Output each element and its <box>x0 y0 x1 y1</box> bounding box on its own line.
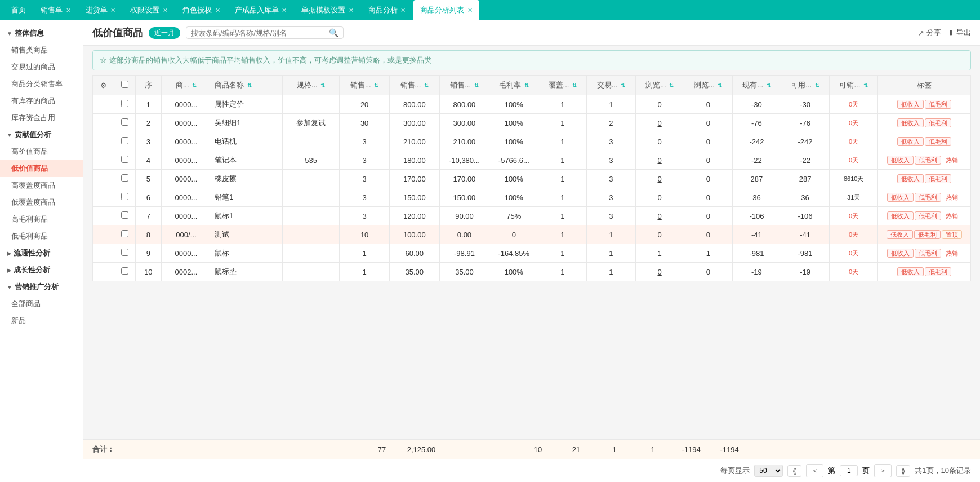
sidebar-group-contribution[interactable]: ▼ 贡献值分析 <box>0 126 83 143</box>
td-check[interactable] <box>114 95 136 114</box>
th-gross-margin[interactable]: 毛利率 ⇅ <box>489 76 538 95</box>
sidebar-item-high-coverage[interactable]: 高覆盖度商品 <box>0 177 83 194</box>
td-browse1[interactable]: 0 <box>635 263 684 281</box>
td-check[interactable] <box>114 207 136 225</box>
th-saleable[interactable]: 可销... ⇅ <box>830 76 878 95</box>
page-size-select[interactable]: 50 100 200 <box>754 465 783 477</box>
search-box[interactable]: 🔍 <box>186 26 344 39</box>
sidebar-item-stock-funds[interactable]: 库存资金占用 <box>0 109 83 126</box>
th-gear[interactable]: ⚙ <box>93 76 114 95</box>
td-browse1[interactable]: 0 <box>635 151 684 170</box>
th-name[interactable]: 商品名称 ⇅ <box>211 76 283 95</box>
th-current-stock[interactable]: 现有... ⇅ <box>732 76 781 95</box>
nav-roles[interactable]: 角色授权 ✕ <box>176 0 227 20</box>
th-check[interactable] <box>114 76 136 95</box>
th-sales-qty[interactable]: 销售... ⇅ <box>340 76 390 95</box>
last-page-btn[interactable]: ⟫ <box>896 465 910 477</box>
share-button[interactable]: ↗ 分享 <box>918 28 941 38</box>
td-browse1[interactable]: 0 <box>635 132 684 151</box>
nav-close-products[interactable]: ✕ <box>282 7 287 14</box>
td-check[interactable] <box>114 170 136 188</box>
sidebar-item-high-margin[interactable]: 高毛利商品 <box>0 211 83 228</box>
browse1-cell[interactable]: 0 <box>658 268 662 276</box>
th-sales-price[interactable]: 销售... ⇅ <box>389 76 439 95</box>
row-checkbox[interactable] <box>121 267 128 275</box>
row-checkbox[interactable] <box>121 137 128 144</box>
row-checkbox[interactable] <box>121 211 128 219</box>
nav-permissions[interactable]: 权限设置 ✕ <box>123 0 175 20</box>
sidebar-group-circulation[interactable]: ▶ 流通性分析 <box>0 245 83 262</box>
nav-close-goods-analysis[interactable]: ✕ <box>400 7 406 14</box>
time-tag[interactable]: 近一月 <box>149 27 180 39</box>
browse1-cell[interactable]: 0 <box>658 231 662 239</box>
td-check[interactable] <box>114 244 136 263</box>
nav-home[interactable]: 首页 <box>5 0 33 20</box>
sidebar-group-overall[interactable]: ▼ 整体信息 <box>0 25 83 42</box>
nav-goods-analysis[interactable]: 商品分析 ✕ <box>362 0 413 20</box>
sidebar-item-new-goods[interactable]: 新品 <box>0 312 83 329</box>
row-checkbox[interactable] <box>121 156 128 163</box>
td-browse1[interactable]: 0 <box>635 114 684 132</box>
td-check[interactable] <box>114 114 136 132</box>
sidebar-group-marketing[interactable]: ▼ 营销推广分析 <box>0 278 83 295</box>
nav-close-roles[interactable]: ✕ <box>215 7 220 14</box>
sidebar-item-low-margin[interactable]: 低毛利商品 <box>0 228 83 245</box>
nav-purchase[interactable]: 进货单 ✕ <box>79 0 123 20</box>
th-transaction[interactable]: 交易... ⇅ <box>587 76 635 95</box>
browse1-cell[interactable]: 0 <box>658 100 662 109</box>
next-page-btn[interactable]: ＞ <box>874 464 892 477</box>
row-checkbox[interactable] <box>121 100 128 107</box>
td-browse1[interactable]: 0 <box>635 188 684 207</box>
browse1-cell[interactable]: 1 <box>658 249 662 258</box>
sidebar-item-sales-goods[interactable]: 销售类商品 <box>0 42 83 59</box>
nav-close-templates[interactable]: ✕ <box>349 7 354 14</box>
sidebar-item-low-value[interactable]: 低价值商品 <box>0 160 83 177</box>
row-checkbox[interactable] <box>121 193 128 200</box>
sidebar-item-traded-goods[interactable]: 交易过的商品 <box>0 59 83 76</box>
nav-products[interactable]: 产成品入库单 ✕ <box>228 0 294 20</box>
row-checkbox[interactable] <box>121 118 128 126</box>
th-spec[interactable]: 规格... ⇅ <box>282 76 339 95</box>
td-check[interactable] <box>114 225 136 244</box>
browse1-cell[interactable]: 0 <box>658 119 662 127</box>
td-browse1[interactable]: 0 <box>635 95 684 114</box>
sidebar-item-high-value[interactable]: 高价值商品 <box>0 143 83 160</box>
page-input[interactable] <box>840 465 858 476</box>
nav-sales[interactable]: 销售单 ✕ <box>34 0 78 20</box>
export-button[interactable]: ⬇ 导出 <box>948 28 971 38</box>
browse1-cell[interactable]: 0 <box>658 156 662 165</box>
td-check[interactable] <box>114 188 136 207</box>
sidebar-item-category-rate[interactable]: 商品分类销售率 <box>0 76 83 92</box>
select-all-checkbox[interactable] <box>121 81 128 88</box>
td-check[interactable] <box>114 263 136 281</box>
th-coverage[interactable]: 覆盖... ⇅ <box>538 76 587 95</box>
th-browse2[interactable]: 浏览... ⇅ <box>684 76 732 95</box>
td-browse1[interactable]: 0 <box>635 225 684 244</box>
sidebar-group-growth[interactable]: ▶ 成长性分析 <box>0 262 83 278</box>
browse1-cell[interactable]: 0 <box>658 138 662 146</box>
td-check[interactable] <box>114 151 136 170</box>
row-checkbox[interactable] <box>121 249 128 256</box>
td-browse1[interactable]: 1 <box>635 244 684 263</box>
th-sales-amount[interactable]: 销售... ⇅ <box>439 76 489 95</box>
sidebar-item-low-coverage[interactable]: 低覆盖度商品 <box>0 194 83 211</box>
td-check[interactable] <box>114 132 136 151</box>
nav-close-permissions[interactable]: ✕ <box>163 7 168 14</box>
prev-page-btn[interactable]: ＜ <box>806 464 823 477</box>
row-checkbox[interactable] <box>121 174 128 182</box>
search-input[interactable] <box>191 29 326 37</box>
nav-templates[interactable]: 单据模板设置 ✕ <box>295 0 360 20</box>
row-checkbox[interactable] <box>121 230 128 237</box>
browse1-cell[interactable]: 0 <box>658 175 662 183</box>
nav-close-sales[interactable]: ✕ <box>66 7 71 14</box>
td-browse1[interactable]: 0 <box>635 170 684 188</box>
th-available[interactable]: 可用... ⇅ <box>781 76 829 95</box>
th-browse1[interactable]: 浏览... ⇅ <box>635 76 684 95</box>
nav-close-purchase[interactable]: ✕ <box>110 7 115 14</box>
browse1-cell[interactable]: 0 <box>658 193 662 202</box>
sidebar-item-stock-goods[interactable]: 有库存的商品 <box>0 92 83 109</box>
nav-close-goods-list[interactable]: ✕ <box>467 7 473 14</box>
nav-goods-list[interactable]: 商品分析列表 ✕ <box>413 0 479 20</box>
first-page-btn[interactable]: ⟪ <box>787 465 801 477</box>
browse1-cell[interactable]: 0 <box>658 212 662 220</box>
